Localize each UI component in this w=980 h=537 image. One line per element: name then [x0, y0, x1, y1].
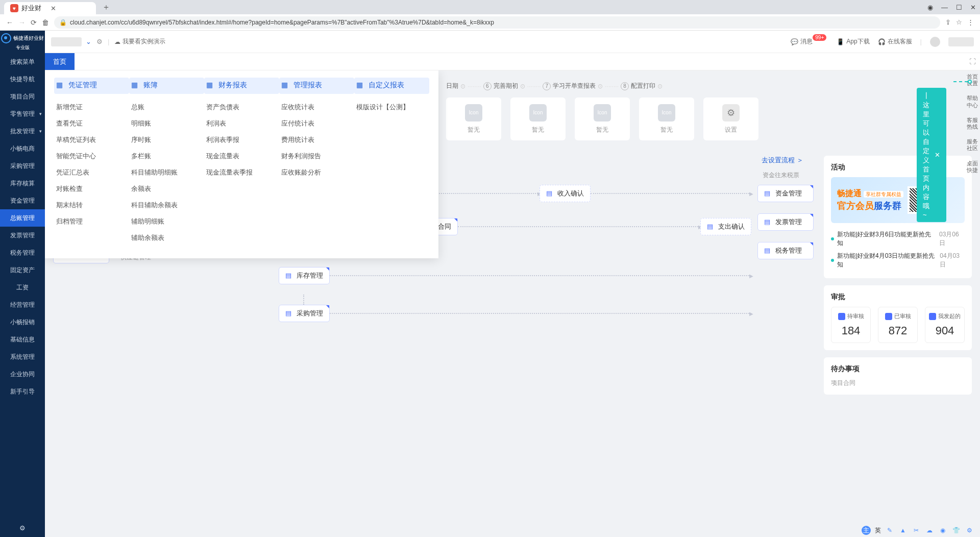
- sidebar-item-2[interactable]: 项目合同: [0, 88, 45, 105]
- address-bar[interactable]: 🔒 cloud.chanjet.com/cc/u6d89qwnryel/57bf…: [54, 16, 940, 29]
- tray-target-icon[interactable]: ◉: [938, 526, 947, 535]
- messages-link[interactable]: 💬 消息 99+: [791, 37, 828, 46]
- flyout-item-2-0[interactable]: 资产负债表: [204, 99, 279, 115]
- minimize-icon[interactable]: —: [941, 4, 948, 11]
- shortcut-card-0[interactable]: Icon暂无: [446, 97, 501, 140]
- rail-item-2[interactable]: 客服热线: [966, 114, 979, 133]
- flyout-item-1-8[interactable]: 辅助余额表: [129, 230, 204, 246]
- flow-box-income-confirm[interactable]: ▤收入确认: [540, 185, 591, 202]
- close-tab-icon[interactable]: ✕: [51, 5, 56, 12]
- fullscreen-icon[interactable]: ⛶: [969, 58, 976, 65]
- shortcut-card-3[interactable]: Icon暂无: [639, 97, 694, 140]
- rail-item-3[interactable]: 服务社区: [966, 135, 979, 155]
- sidebar-item-18[interactable]: 企业协同: [0, 365, 45, 383]
- rail-item-4[interactable]: 桌面快捷: [966, 157, 979, 177]
- flyout-item-2-2[interactable]: 利润表季报: [204, 132, 279, 148]
- close-tip-icon[interactable]: ✕: [935, 151, 940, 159]
- flyout-item-3-1[interactable]: 应付统计表: [279, 115, 354, 132]
- forward-icon[interactable]: →: [18, 18, 26, 27]
- ime-indicator[interactable]: 英: [875, 526, 881, 535]
- sidebar-settings-icon[interactable]: ⚙: [0, 519, 45, 537]
- sidebar-item-14[interactable]: 经营管理: [0, 296, 45, 313]
- flow-box-expend-confirm[interactable]: ▤支出确认: [700, 218, 751, 235]
- support-link[interactable]: 🎧 在线客服: [878, 37, 912, 46]
- flyout-item-3-0[interactable]: 应收统计表: [279, 99, 354, 115]
- flyout-item-0-0[interactable]: 新增凭证: [54, 99, 129, 115]
- sidebar-item-3[interactable]: 零售管理▾: [0, 105, 45, 123]
- sidebar-item-5[interactable]: 小畅电商: [0, 140, 45, 157]
- sidebar-item-15[interactable]: 小畅报销: [0, 313, 45, 331]
- flyout-header-3[interactable]: ▦管理报表: [279, 78, 354, 94]
- flyout-item-0-5[interactable]: 对账检查: [54, 181, 129, 197]
- close-window-icon[interactable]: ✕: [970, 4, 976, 11]
- flyout-item-3-3[interactable]: 财务利润报告: [279, 148, 354, 164]
- sidebar-item-1[interactable]: 快捷导航: [0, 70, 45, 88]
- flyout-item-1-4[interactable]: 科目辅助明细账: [129, 164, 204, 181]
- flyout-item-0-6[interactable]: 期末结转: [54, 197, 129, 213]
- tray-app-icon[interactable]: 主: [862, 526, 871, 535]
- org-selector[interactable]: ⌄: [51, 37, 91, 46]
- flow-box-taxmgmt[interactable]: ▤税务管理: [757, 242, 814, 259]
- new-tab-button[interactable]: ＋: [102, 2, 110, 13]
- flyout-item-2-3[interactable]: 现金流量表: [204, 148, 279, 164]
- sidebar-item-7[interactable]: 库存核算: [0, 175, 45, 192]
- flyout-item-1-5[interactable]: 余额表: [129, 181, 204, 197]
- download-link[interactable]: 📱 App下载: [837, 37, 869, 46]
- bookmark-icon[interactable]: ☆: [956, 18, 962, 26]
- sidebar-item-4[interactable]: 批发管理▾: [0, 123, 45, 140]
- shortcut-card-1[interactable]: Icon暂无: [510, 97, 566, 140]
- tray-scissors-icon[interactable]: ✂: [912, 526, 921, 535]
- flyout-item-1-6[interactable]: 科目辅助余额表: [129, 197, 204, 213]
- news-item-1[interactable]: 新功能|好业财4月03日功能更新抢先知04月03日: [831, 250, 965, 271]
- flyout-item-1-1[interactable]: 明细账: [129, 115, 204, 132]
- shortcut-card-2[interactable]: Icon暂无: [575, 97, 630, 140]
- flyout-item-4-0[interactable]: 模版设计【公测】: [354, 99, 429, 115]
- flyout-header-1[interactable]: ▦账簿: [129, 78, 204, 94]
- menu-icon[interactable]: ⋮: [967, 18, 974, 26]
- sidebar-item-16[interactable]: 基础信息: [0, 331, 45, 348]
- sidebar-item-19[interactable]: 新手引导: [0, 383, 45, 400]
- flyout-item-2-1[interactable]: 利润表: [204, 115, 279, 132]
- flyout-item-0-2[interactable]: 草稿凭证列表: [54, 132, 129, 148]
- sidebar-item-12[interactable]: 固定资产: [0, 261, 45, 279]
- tab-home[interactable]: 首页: [45, 53, 75, 70]
- flyout-item-3-4[interactable]: 应收账龄分析: [279, 164, 354, 181]
- browser-tab[interactable]: ♥ 好业财 ✕: [4, 2, 96, 14]
- tray-gear-icon[interactable]: ⚙: [965, 526, 974, 535]
- flyout-header-2[interactable]: ▦财务报表: [204, 78, 279, 94]
- flyout-item-2-4[interactable]: 现金流量表季报: [204, 164, 279, 181]
- sidebar-item-8[interactable]: 资金管理: [0, 192, 45, 209]
- flyout-item-1-7[interactable]: 辅助明细账: [129, 213, 204, 230]
- approval-card-1[interactable]: 已审核872: [878, 307, 918, 343]
- back-icon[interactable]: ←: [6, 18, 13, 27]
- share-icon[interactable]: ⇪: [945, 18, 951, 26]
- sidebar-item-13[interactable]: 工资: [0, 279, 45, 296]
- flyout-item-1-2[interactable]: 序时账: [129, 132, 204, 148]
- flyout-header-4[interactable]: ▦自定义报表: [354, 78, 429, 94]
- flow-box-stock[interactable]: ▤库存管理: [279, 267, 330, 284]
- approval-card-2[interactable]: 我发起的904: [925, 307, 965, 343]
- demo-link[interactable]: ☁ 我要看实例演示: [114, 37, 165, 46]
- sidebar-item-10[interactable]: 发票管理: [0, 227, 45, 244]
- sidebar-item-17[interactable]: 系统管理: [0, 348, 45, 365]
- avatar[interactable]: [930, 37, 940, 47]
- settings-icon[interactable]: ⚙: [96, 38, 103, 45]
- flyout-item-1-0[interactable]: 总账: [129, 99, 204, 115]
- sidebar-item-6[interactable]: 采购管理: [0, 157, 45, 175]
- flyout-header-0[interactable]: ▦凭证管理: [54, 78, 129, 94]
- flyout-item-0-7[interactable]: 归档管理: [54, 213, 129, 230]
- rail-item-1[interactable]: 帮助中心: [966, 92, 979, 111]
- flow-box-invoice[interactable]: ▤发票管理: [757, 213, 814, 231]
- flyout-item-0-1[interactable]: 查看凭证: [54, 115, 129, 132]
- tray-person-icon[interactable]: ▲: [898, 526, 908, 535]
- tray-cloud-icon[interactable]: ☁: [925, 526, 934, 535]
- delete-icon[interactable]: 🗑: [42, 18, 49, 27]
- tray-shirt-icon[interactable]: 👕: [951, 526, 961, 535]
- tray-pen-icon[interactable]: ✎: [885, 526, 894, 535]
- sidebar-item-9[interactable]: 总账管理: [0, 209, 45, 227]
- sidebar-item-11[interactable]: 税务管理: [0, 244, 45, 261]
- flow-box-fund[interactable]: ▤资金管理: [757, 185, 814, 202]
- settings-card[interactable]: ⚙设置: [703, 97, 758, 140]
- flow-box-purchase[interactable]: ▤采购管理: [279, 305, 330, 322]
- sidebar-item-0[interactable]: 搜索菜单: [0, 53, 45, 70]
